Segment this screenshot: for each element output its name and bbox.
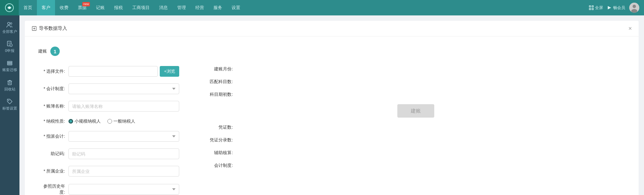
nav-tax[interactable]: 报税 bbox=[109, 0, 128, 15]
form-group-file: * 选择文件: +浏览 bbox=[38, 66, 179, 77]
layers-icon bbox=[6, 60, 13, 66]
radio-general-label: 一般纳税人 bbox=[113, 118, 135, 124]
svg-point-10 bbox=[8, 22, 10, 25]
avatar[interactable] bbox=[629, 3, 639, 13]
build-btn-wrapper: 建账 bbox=[206, 104, 625, 118]
nav-bills[interactable]: 票据 new bbox=[73, 0, 91, 15]
svg-point-1 bbox=[8, 7, 10, 9]
build-account-button[interactable]: 建账 bbox=[397, 104, 434, 118]
ref-year-select[interactable] bbox=[68, 184, 179, 195]
right-field-match: 匹配科目数: bbox=[206, 79, 625, 85]
panel-title: 导爷数据导入 bbox=[32, 25, 67, 31]
sidebar-item-migrate[interactable]: 账套迁移 bbox=[0, 56, 19, 75]
main-layout: 全部客户 0 0申报 账套迁移 回收站 bbox=[0, 15, 644, 195]
form-group-tax: * 纳税性质: 小规模纳税人 一般纳税人 bbox=[38, 118, 179, 124]
logo-icon bbox=[5, 3, 14, 12]
nav-business[interactable]: 工商项目 bbox=[128, 0, 154, 15]
fullscreen-button[interactable]: 全屏 bbox=[589, 5, 603, 11]
right-field-initial: 科目期初数: bbox=[206, 91, 625, 97]
svg-rect-5 bbox=[592, 8, 593, 10]
nav-customers[interactable]: 客户 bbox=[37, 0, 55, 15]
nav-messages[interactable]: 消息 bbox=[154, 0, 172, 15]
sidebar-item-zero-declare[interactable]: 0 0申报 bbox=[0, 37, 19, 56]
svg-rect-2 bbox=[589, 6, 591, 7]
play-icon bbox=[607, 5, 612, 10]
nav-right: 全屏 畅会员 bbox=[589, 3, 644, 13]
label-accounting: * 会计制度: bbox=[38, 86, 68, 92]
right-field-assist: 辅助核算: bbox=[206, 150, 625, 156]
radio-small-taxpayer[interactable]: 小规模纳税人 bbox=[68, 118, 101, 124]
right-field-entries: 凭证分录数: bbox=[206, 137, 625, 143]
sidebar-label-all-customers: 全部客户 bbox=[2, 29, 17, 34]
accountant-select-wrapper bbox=[68, 131, 179, 142]
svg-rect-15 bbox=[7, 61, 12, 62]
form-section: * 选择文件: +浏览 * 会计制度: bbox=[38, 66, 625, 195]
nav-home[interactable]: 首页 bbox=[19, 0, 37, 15]
browse-button[interactable]: +浏览 bbox=[160, 66, 179, 77]
svg-point-19 bbox=[8, 100, 9, 101]
member-button[interactable]: 畅会员 bbox=[607, 5, 625, 11]
step-area: 建账 1 bbox=[38, 47, 625, 63]
nav-operation[interactable]: 经营 bbox=[191, 0, 209, 15]
mnemonic-input-wrapper bbox=[68, 148, 179, 159]
label-ref-year: 参照历史年度: bbox=[38, 183, 68, 195]
sidebar-label-zero-declare: 0申报 bbox=[5, 49, 14, 53]
top-nav: 首页 客户 收费 票据 new 记账 报税 工商项目 消息 管理 经营 服务 设… bbox=[0, 0, 644, 15]
right-label-month: 建账月份: bbox=[206, 66, 236, 72]
sidebar: 全部客户 0 0申报 账套迁移 回收站 bbox=[0, 15, 19, 195]
avatar-icon bbox=[629, 3, 639, 13]
ledger-name-input[interactable] bbox=[68, 101, 179, 112]
sidebar-item-tags[interactable]: 标签设置 bbox=[0, 95, 19, 114]
form-right: 建账月份: 匹配科目数: 科目期初数: bbox=[193, 66, 625, 195]
sidebar-item-recycle[interactable]: 回收站 bbox=[0, 76, 19, 95]
trash-icon bbox=[6, 79, 13, 86]
nav-fees[interactable]: 收费 bbox=[55, 0, 73, 15]
ledger-input-wrapper bbox=[68, 101, 179, 112]
accountant-select[interactable] bbox=[68, 131, 179, 142]
radio-small-label: 小规模纳税人 bbox=[75, 118, 101, 124]
company-input[interactable] bbox=[68, 166, 179, 177]
sidebar-label-recycle: 回收站 bbox=[4, 87, 15, 91]
radio-general-taxpayer[interactable]: 一般纳税人 bbox=[107, 118, 135, 124]
mnemonic-input[interactable] bbox=[68, 148, 179, 159]
nav-manage[interactable]: 管理 bbox=[172, 0, 191, 15]
panel-body: 建账 1 * 选择文件: +浏览 bbox=[25, 37, 639, 195]
right-label-entries: 凭证分录数: bbox=[206, 137, 236, 143]
svg-rect-4 bbox=[589, 8, 591, 10]
close-button[interactable]: × bbox=[628, 25, 632, 31]
nav-service[interactable]: 服务 bbox=[209, 0, 227, 15]
right-label-assist: 辅助核算: bbox=[206, 150, 236, 156]
main-panel: 导爷数据导入 × 建账 1 * 选择文件: bbox=[25, 21, 639, 195]
right-field-voucher: 凭证数: bbox=[206, 124, 625, 130]
right-label-voucher: 凭证数: bbox=[206, 124, 236, 130]
form-left: * 选择文件: +浏览 * 会计制度: bbox=[38, 66, 179, 195]
label-mnemonic: 助记码: bbox=[38, 151, 68, 157]
file-input-display bbox=[68, 66, 158, 77]
label-company: * 所属企业: bbox=[38, 168, 68, 174]
new-badge: new bbox=[82, 2, 90, 6]
sidebar-label-migrate: 账套迁移 bbox=[2, 68, 17, 72]
svg-point-8 bbox=[633, 5, 636, 8]
accounting-system-select[interactable] bbox=[68, 83, 179, 94]
svg-point-11 bbox=[10, 23, 12, 24]
import-icon bbox=[32, 26, 37, 31]
nav-settings[interactable]: 设置 bbox=[227, 0, 245, 15]
nav-bookkeeping[interactable]: 记账 bbox=[91, 0, 109, 15]
svg-rect-16 bbox=[7, 63, 12, 64]
label-accountant: * 指派会计: bbox=[38, 133, 68, 139]
form-group-ref-year: 参照历史年度: bbox=[38, 183, 179, 195]
right-field-month: 建账月份: bbox=[206, 66, 625, 72]
right-field-acct-system: 会计制度: bbox=[206, 162, 625, 169]
radio-small-input[interactable] bbox=[68, 119, 73, 124]
label-tax: * 纳税性质: bbox=[38, 118, 68, 124]
svg-rect-17 bbox=[7, 64, 12, 65]
form-group-company: * 所属企业: bbox=[38, 166, 179, 177]
accounting-select-wrapper bbox=[68, 83, 179, 94]
fullscreen-icon bbox=[589, 5, 594, 10]
radio-general-input[interactable] bbox=[107, 119, 112, 124]
file-icon: 0 bbox=[6, 41, 13, 47]
step-badge: 1 bbox=[50, 47, 60, 56]
form-group-accountant: * 指派会计: bbox=[38, 131, 179, 142]
form-group-mnemonic: 助记码: bbox=[38, 148, 179, 159]
sidebar-item-all-customers[interactable]: 全部客户 bbox=[0, 18, 19, 37]
